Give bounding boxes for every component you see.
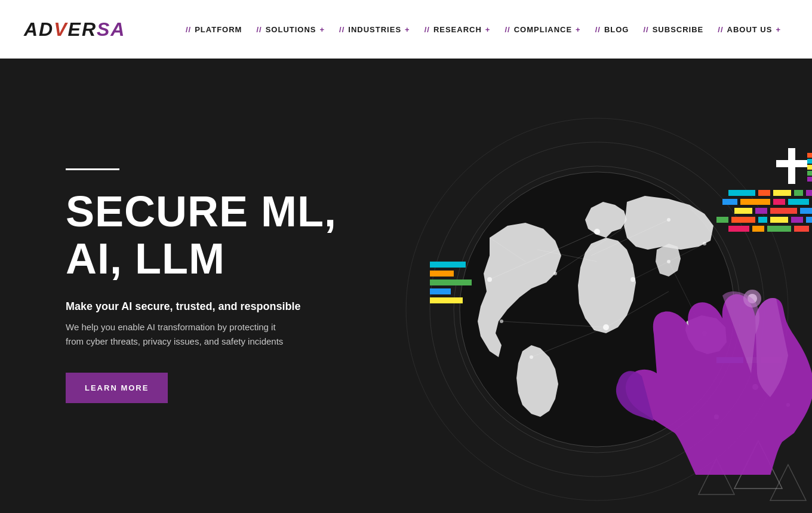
hero-subtitle: Make your AI secure, trusted, and respon… [66,300,388,313]
slash-icon: // [186,25,191,34]
svg-point-16 [553,272,557,275]
svg-point-19 [530,355,533,359]
svg-rect-54 [430,297,463,303]
slash-icon: // [505,25,510,34]
hero-section: SECURE ML, AI, LLM Make your AI secure, … [0,59,812,513]
svg-point-23 [500,320,503,323]
nav-item-compliance[interactable]: // COMPLIANCE + [497,20,588,39]
svg-rect-59 [776,160,807,167]
svg-rect-53 [430,288,451,294]
logo[interactable]: ADVERSA [24,19,125,41]
plus-icon: + [576,25,581,34]
nav-item-platform[interactable]: // PLATFORM [179,20,249,39]
hero-divider [66,168,119,170]
svg-rect-63 [807,171,812,176]
nav-item-about-us[interactable]: // ABOUT US + [710,20,788,39]
header: ADVERSA // PLATFORM // SOLUTIONS + // IN… [0,0,812,59]
slash-icon: // [256,25,262,34]
plus-icon: + [405,25,410,34]
logo-text: ADVERSA [24,19,125,41]
nav-item-solutions[interactable]: // SOLUTIONS + [249,20,332,39]
slash-icon: // [595,25,601,34]
svg-rect-60 [807,153,812,158]
plus-icon: + [320,25,325,34]
svg-rect-51 [430,271,454,277]
svg-rect-62 [807,165,812,170]
plus-icon: + [485,25,491,34]
nav-item-industries[interactable]: // INDUSTRIES + [332,20,417,39]
slash-icon: // [339,25,345,34]
hand-visual [573,176,812,477]
slash-icon: // [425,25,430,34]
nav-item-subscribe[interactable]: // SUBSCRIBE [636,20,710,39]
nav-item-blog[interactable]: // BLOG [588,20,636,39]
hero-content: SECURE ML, AI, LLM Make your AI secure, … [0,168,388,403]
plus-icon: + [776,25,781,34]
svg-rect-61 [807,159,812,164]
hero-description: We help you enable AI transformation by … [66,320,388,349]
slash-icon: // [718,25,723,34]
slash-icon: // [643,25,648,34]
nav-item-research[interactable]: // RESEARCH + [417,20,498,39]
svg-rect-50 [430,262,466,268]
svg-point-15 [487,277,492,282]
svg-rect-52 [430,279,472,285]
main-nav: // PLATFORM // SOLUTIONS + // INDUSTRIES… [179,20,788,39]
hero-title: SECURE ML, AI, LLM [66,188,388,282]
learn-more-button[interactable]: LEARN MORE [66,373,168,403]
